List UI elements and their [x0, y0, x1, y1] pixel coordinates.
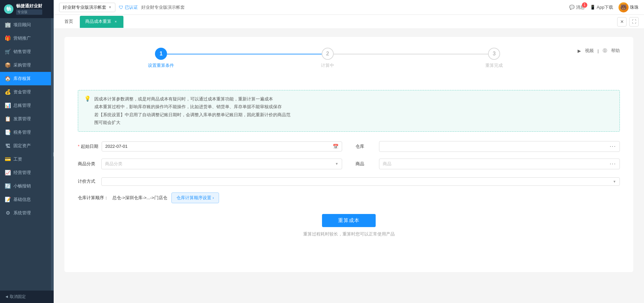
- recalc-btn-label: 重算成本: [338, 217, 360, 223]
- start-date-row: 起始日期 2022-07-01 📅: [78, 141, 342, 152]
- calendar-icon: 📅: [333, 144, 338, 149]
- operation-icon: 📈: [5, 170, 11, 176]
- sidebar-item-label: 固定资产: [13, 143, 31, 149]
- sidebar-item-label: 营销推广: [13, 35, 31, 41]
- stepper: 1 设置重算条件 2 计算中: [78, 48, 578, 69]
- stepper-help-area: ▶ 视频 | ⓪ 帮助: [578, 48, 620, 54]
- step-1: 1 设置重算条件: [78, 48, 245, 69]
- sidebar-footer[interactable]: ◄ 取消固定: [0, 291, 54, 303]
- step-2-circle: 2: [322, 48, 334, 60]
- start-date-value: 2022-07-01: [105, 144, 128, 149]
- inventory-icon: 🏠: [5, 76, 11, 82]
- sidebar-item-label: 发票管理: [13, 116, 31, 122]
- close-window-btn[interactable]: ✕: [617, 17, 627, 27]
- sidebar-item-system[interactable]: ⚙ 系统管理: [0, 206, 51, 220]
- sidebar-item-inventory[interactable]: 🏠 库存核算: [0, 72, 51, 85]
- info-box-text: 因成本计算参数调整，或是对商品成本有疑问时，可以通过成本重算功能，重新计算一遍成…: [94, 95, 290, 127]
- step-2-num: 2: [326, 51, 329, 57]
- chevron-down-icon: ▼: [108, 5, 112, 9]
- content-area: 1 设置重算条件 2 计算中: [54, 29, 644, 303]
- tax-icon: 📑: [5, 129, 11, 135]
- sidebar-item-invoice[interactable]: 📋 发票管理: [0, 112, 51, 126]
- sidebar-item-sales[interactable]: 🛒 销售管理: [0, 45, 51, 58]
- sidebar-item-project[interactable]: 🏢 项目顾问: [0, 18, 51, 32]
- verified-text: 已认证: [125, 4, 138, 10]
- account-selector-label: 好业财专业版演示帐套: [63, 4, 106, 10]
- step-3-circle: 3: [488, 48, 500, 60]
- sidebar-item-label: 总账管理: [13, 102, 31, 109]
- sidebar-item-salary[interactable]: 💳 工资: [0, 153, 51, 166]
- product-placeholder: 商品: [383, 161, 391, 167]
- content-card: 1 设置重算条件 2 计算中: [64, 37, 633, 272]
- category-placeholder: 商品分类: [105, 161, 122, 167]
- sidebar-item-finance[interactable]: 💰 资金管理: [0, 85, 51, 99]
- pricing-label: 计价方式: [78, 178, 98, 184]
- project-icon: 🏢: [5, 22, 11, 28]
- recalc-btn[interactable]: 重算成本: [322, 214, 376, 227]
- help-link[interactable]: 帮助: [611, 48, 620, 54]
- basic-icon: 📝: [5, 197, 11, 203]
- sidebar-item-label: 小畅报销: [13, 183, 31, 189]
- marketing-icon: 🎁: [5, 35, 11, 41]
- username-label: 珠珠: [630, 4, 639, 10]
- step-2-label: 计算中: [321, 62, 334, 69]
- sidebar-item-label: 资金管理: [13, 89, 31, 95]
- video-link[interactable]: 视频: [585, 48, 594, 54]
- expand-window-btn[interactable]: ⛶: [629, 17, 639, 27]
- sidebar-item-assets[interactable]: 🏗 固定资产: [0, 139, 51, 153]
- sidebar-item-label: 基础信息: [13, 197, 31, 203]
- pricing-row: 计价方式 ▼: [78, 177, 620, 186]
- user-avatar-area[interactable]: 🐻 珠珠: [619, 2, 639, 12]
- shield-icon: 🛡: [119, 5, 123, 10]
- step-3: 3 重算完成: [411, 48, 578, 69]
- warehouse-calc-row: 仓库计算顺序： 总仓->深圳仓库->...->门店仓 仓库计算顺序设置 ›: [78, 192, 620, 203]
- app-logo-icon: 畅: [4, 4, 13, 14]
- app-download-btn[interactable]: 📱 App下载: [590, 4, 613, 10]
- verified-badge: 🛡 已认证: [119, 4, 138, 10]
- unpin-label: ◄ 取消固定: [5, 294, 26, 300]
- app-download-label: App下载: [597, 4, 613, 10]
- sidebar-item-basic[interactable]: 📝 基础信息: [0, 193, 51, 206]
- sidebar-nav: 🏢 项目顾问 🎁 营销推广 🛒 销售管理 📦 采购管理 🏠 库存核算 💰: [0, 18, 51, 291]
- sidebar-title-block: 畅捷通好业财 专业版: [16, 3, 42, 15]
- finance-icon: 💰: [5, 89, 11, 95]
- start-date-input[interactable]: 2022-07-01 📅: [102, 141, 342, 152]
- sidebar-item-accounting[interactable]: 📊 总账管理: [0, 99, 51, 112]
- pricing-select[interactable]: ▼: [101, 177, 620, 186]
- message-btn[interactable]: 💬 消息 1: [569, 4, 585, 10]
- sidebar-item-label: 工资: [13, 156, 22, 162]
- warehouse-ellipsis-icon: ···: [610, 143, 616, 149]
- info-line-3: 若【系统设置】中启用了自动调整记账日期时，会调整入库单的整单记账日期，因此重新计…: [94, 111, 290, 119]
- sidebar-item-expense[interactable]: 🔄 小畅报销: [0, 179, 51, 193]
- message-badge: 1: [582, 2, 587, 8]
- info-bulb-icon: 💡: [84, 95, 91, 102]
- topbar: 好业财专业版演示帐套 ▼ 🛡 已认证 好业财专业版演示帐套 💬 消息 1 📱 A…: [54, 0, 644, 15]
- app-name: 畅捷通好业财: [16, 3, 42, 9]
- info-line-1: 因成本计算参数调整，或是对商品成本有疑问时，可以通过成本重算功能，重新计算一遍成…: [94, 95, 290, 103]
- avatar: 🐻: [619, 2, 629, 12]
- sidebar-item-label: 系统管理: [13, 210, 31, 216]
- product-input[interactable]: 商品 ···: [379, 159, 620, 169]
- tab-cost-recalc-label: 商品成本重算: [85, 18, 111, 25]
- sidebar-item-label: 经营管理: [13, 170, 31, 176]
- category-select[interactable]: 商品分类 ▼: [101, 159, 342, 169]
- tab-cost-recalc[interactable]: 商品成本重算 ×: [80, 16, 123, 28]
- assets-icon: 🏗: [5, 143, 11, 149]
- sidebar-item-label: 税务管理: [13, 129, 31, 135]
- account-name-display: 好业财专业版演示帐套: [141, 4, 185, 10]
- tab-home[interactable]: 首页: [59, 16, 78, 28]
- sidebar-item-marketing[interactable]: 🎁 营销推广: [0, 32, 51, 45]
- warehouse-calc-order-btn[interactable]: 仓库计算顺序设置 ›: [171, 192, 219, 203]
- sidebar-item-operation[interactable]: 📈 经营管理: [0, 166, 51, 179]
- tab-close-btn[interactable]: ×: [113, 19, 118, 24]
- sidebar-item-tax[interactable]: 📑 税务管理: [0, 126, 51, 139]
- step-1-label: 设置重算条件: [148, 62, 174, 69]
- sidebar-scroll-indicator[interactable]: ▕: [51, 18, 54, 291]
- info-box: 💡 因成本计算参数调整，或是对商品成本有疑问时，可以通过成本重算功能，重新计算一…: [78, 90, 620, 132]
- sales-icon: 🛒: [5, 49, 11, 55]
- warehouse-input[interactable]: ···: [379, 141, 620, 152]
- system-icon: ⚙: [5, 210, 11, 216]
- account-selector[interactable]: 好业财专业版演示帐套 ▼: [59, 3, 115, 12]
- info-line-2: 成本重算过程中，影响库存账的操作均不能操作，比如进货单、销货单、库存单据不能审核…: [94, 103, 290, 111]
- sidebar-item-purchase[interactable]: 📦 采购管理: [0, 58, 51, 72]
